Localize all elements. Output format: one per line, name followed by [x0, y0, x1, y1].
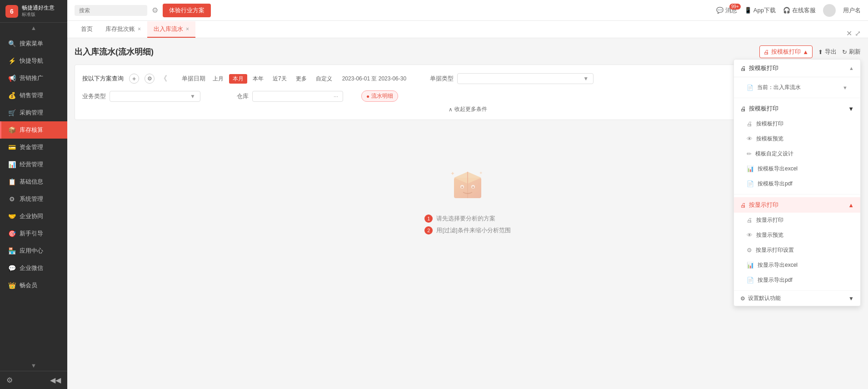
settings-icon[interactable]: ⚙: [6, 376, 13, 384]
step-num-1: 1: [424, 214, 433, 223]
sidebar-icon-appstore: 🏪: [8, 247, 16, 254]
sidebar-label-corp: 企业协同: [20, 212, 43, 220]
date-btn-7days[interactable]: 近7天: [269, 74, 290, 84]
biz-type-select[interactable]: ▼: [110, 91, 200, 102]
dropdown-footer[interactable]: ⚙ 设置默认功能 ▼: [734, 291, 860, 306]
dropdown-item-display-pdf[interactable]: 📄 按显示导出pdf: [734, 273, 860, 288]
item-preview-icon: 👁: [747, 135, 753, 142]
tab-batch-close[interactable]: ×: [138, 26, 141, 32]
filter-gear-button[interactable]: ⚙: [145, 74, 155, 84]
current-icon: 📄: [747, 85, 753, 91]
tab-flow[interactable]: 出入库流水 ×: [147, 21, 195, 38]
dropdown-template-header[interactable]: 🖨 按模板打印 ▼: [734, 101, 860, 116]
dropdown-item-template-preview[interactable]: 👁 按模板预览: [734, 131, 860, 146]
tab-home[interactable]: 首页: [75, 21, 99, 38]
doc-type-select[interactable]: ▼: [457, 73, 594, 84]
sidebar-label-search: 搜索菜单: [20, 40, 43, 48]
warehouse-label: 仓库: [237, 92, 249, 100]
sidebar-scroll-down[interactable]: ▼: [0, 360, 67, 371]
message-badge[interactable]: 💬 消息 99+: [716, 6, 737, 15]
dropdown-item-display-print[interactable]: 🖨 按显示打印: [734, 213, 860, 228]
filter-tag-shuimingxi[interactable]: ● 流水明细: [361, 90, 398, 102]
dropdown-item-display-excel[interactable]: 📊 按显示导出excel: [734, 258, 860, 273]
sidebar-item-system[interactable]: ⚙ 系统管理: [0, 190, 67, 208]
filter-label: 按以下方案查询: [82, 75, 124, 83]
empty-steps-list: 1 请先选择要分析的方案 2 用[过滤]条件来缩小分析范围: [424, 214, 510, 238]
sidebar-item-guide[interactable]: 🎯 新手引导: [0, 225, 67, 242]
date-btn-more[interactable]: 更多: [292, 74, 310, 84]
export-button[interactable]: ⬆ 导出: [818, 48, 837, 56]
sidebar-item-search[interactable]: 🔍 搜索菜单: [0, 35, 67, 52]
item-disp-print-icon: 🖨: [747, 217, 753, 224]
sidebar-scroll-up[interactable]: ▲: [0, 23, 67, 33]
display-section-arrow: ▲: [848, 202, 854, 209]
dropdown-item-template-excel[interactable]: 📊 按模板导出excel: [734, 161, 860, 176]
template-print-button[interactable]: 🖨 按模板打印 ▲: [759, 45, 813, 58]
date-btn-this-year[interactable]: 本年: [249, 74, 267, 84]
close-all-icon[interactable]: ✕: [846, 29, 852, 38]
biz-type-filter: 业务类型 ▼: [82, 91, 200, 102]
tab-batch[interactable]: 库存批次账 ×: [99, 21, 147, 38]
dropdown-display-header[interactable]: 🖨 按显示打印 ▲: [734, 197, 860, 213]
topbar-right: 💬 消息 99+ 📱 App下载 🎧 在线客服 用户名: [716, 4, 861, 17]
template-section-label: 按模板打印: [749, 105, 778, 113]
dropdown-item-display-settings[interactable]: ⚙ 按显示打印设置: [734, 243, 860, 258]
tab-flow-close[interactable]: ×: [186, 26, 189, 32]
current-arrow: ▼: [843, 85, 848, 90]
sidebar-item-basic[interactable]: 📋 基础信息: [0, 173, 67, 190]
sidebar-item-vip[interactable]: 👑 畅会员: [0, 277, 67, 294]
refresh-button[interactable]: ↻ 刷新: [842, 48, 861, 56]
expand-tabs-icon[interactable]: ⤢: [855, 29, 861, 38]
dropdown-collapse-icon[interactable]: ▲: [849, 65, 854, 71]
item-disp-preview-icon: 👁: [747, 232, 753, 239]
search-input[interactable]: [75, 5, 147, 16]
collapse-sidebar-icon[interactable]: ◀◀: [50, 376, 61, 384]
item-disp-excel-icon: 📊: [747, 262, 754, 269]
filter-collapse-icon[interactable]: 《: [160, 74, 167, 84]
sidebar-icon-sales: 💰: [8, 92, 16, 99]
topbar-gear-icon[interactable]: ⚙: [152, 6, 158, 15]
sidebar-item-sales[interactable]: 💰 销售管理: [0, 87, 67, 104]
sidebar-item-operations[interactable]: 📊 经营管理: [0, 156, 67, 173]
sidebar-item-wechat[interactable]: 💬 企业微信: [0, 259, 67, 277]
online-service[interactable]: 🎧 在线客服: [783, 6, 816, 15]
filter-add-button[interactable]: +: [129, 74, 139, 84]
sidebar-item-finance[interactable]: 💳 资金管理: [0, 139, 67, 156]
warehouse-select[interactable]: ···: [252, 91, 343, 102]
sidebar-item-purchase[interactable]: 🛒 采购管理: [0, 104, 67, 121]
sidebar-item-shortcut[interactable]: ⚡ 快捷导航: [0, 52, 67, 70]
settings-default-icon: ⚙: [740, 295, 745, 302]
dropdown-item-template-design[interactable]: ✏ 模板自定义设计: [734, 146, 860, 161]
sidebar-label-inventory: 库存核算: [20, 126, 43, 134]
dropdown-current-section: 📄 当前：出入库流水 ▼: [734, 77, 860, 98]
sidebar: 6 畅捷通好生意 标准版 ▲ 🔍 搜索菜单 ⚡ 快捷导航 📢 营销推广 💰 销售…: [0, 0, 67, 389]
trial-button[interactable]: 体验行业方案: [163, 4, 211, 17]
svg-point-7: [472, 186, 474, 188]
page-header: 出入库流水(流水明细) 🖨 按模板打印 ▲ ⬆ 导出 ↻ 刷新: [75, 45, 861, 58]
sidebar-item-appstore[interactable]: 🏪 应用中心: [0, 242, 67, 259]
svg-point-6: [461, 186, 463, 188]
item-disp-settings-icon: ⚙: [747, 247, 752, 254]
brand-name: 畅捷通好生意: [22, 5, 55, 12]
empty-step-2: 2 用[过滤]条件来缩小分析范围: [424, 226, 510, 234]
dropdown-item-template-pdf[interactable]: 📄 按模板导出pdf: [734, 176, 860, 191]
dropdown-item-template-print[interactable]: 🖨 按模板打印: [734, 116, 860, 131]
username-label: 用户名: [843, 6, 861, 15]
date-btn-this-month[interactable]: 本月: [229, 74, 247, 84]
print-icon: 🖨: [763, 49, 769, 55]
sidebar-label-vip: 畅会员: [20, 281, 37, 289]
dropdown-current-item[interactable]: 📄 当前：出入库流水 ▼: [734, 80, 860, 95]
warehouse-filter: 仓库 ···: [237, 91, 343, 102]
date-btn-last-month[interactable]: 上月: [209, 74, 227, 84]
app-logo-icon: 6: [5, 5, 18, 18]
dropdown-item-display-preview[interactable]: 👁 按显示预览: [734, 228, 860, 243]
dropdown-title: 🖨 按模板打印: [740, 64, 778, 72]
app-download[interactable]: 📱 App下载: [744, 6, 776, 15]
page-actions: 🖨 按模板打印 ▲ ⬆ 导出 ↻ 刷新 🖨: [759, 45, 861, 58]
date-btn-custom[interactable]: 自定义: [312, 74, 336, 84]
sidebar-item-corp[interactable]: 🤝 企业协同: [0, 208, 67, 225]
sidebar-item-marketing[interactable]: 📢 营销推广: [0, 70, 67, 87]
sidebar-label-system: 系统管理: [20, 195, 43, 203]
user-avatar[interactable]: [823, 4, 836, 17]
sidebar-item-inventory[interactable]: 📦 库存核算: [0, 121, 67, 139]
